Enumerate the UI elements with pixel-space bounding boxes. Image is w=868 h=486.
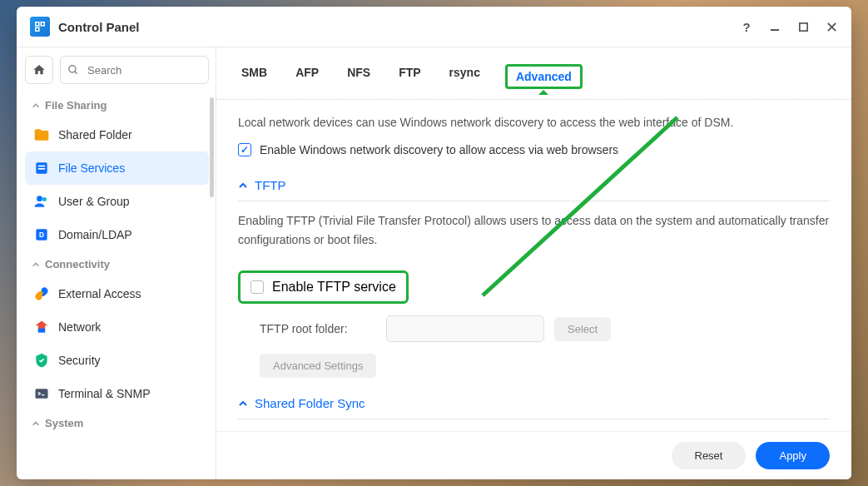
svg-rect-11 [38,168,45,170]
section-system[interactable]: System [25,410,209,436]
enable-tftp-checkbox[interactable]: Enable TFTP service [238,270,409,304]
chevron-up-icon [32,260,40,269]
section-file-sharing[interactable]: File Sharing [25,92,209,118]
search-icon [67,64,79,76]
link-icon [33,285,50,302]
users-icon [33,193,50,210]
checkbox-unchecked-icon [250,280,264,294]
select-folder-button[interactable]: Select [554,317,611,341]
svg-rect-0 [36,22,39,26]
svg-rect-16 [38,329,45,333]
tab-ftp[interactable]: FTP [395,64,424,89]
reset-button[interactable]: Reset [672,442,746,469]
sidebar-item-shared-folder[interactable]: Shared Folder [25,118,209,151]
checkbox-checked-icon: ✓ [238,143,251,156]
chevron-up-icon [238,181,248,191]
section-connectivity[interactable]: Connectivity [25,251,209,277]
tabs: SMB AFP NFS FTP rsync Advanced [216,47,851,100]
control-panel-window: Control Panel ? [17,7,851,479]
chevron-up-icon [238,399,248,409]
svg-point-12 [37,196,42,201]
apply-button[interactable]: Apply [756,442,830,469]
tftp-description: Enabling TFTP (Trivial File Transfer Pro… [238,211,830,249]
help-button[interactable]: ? [740,20,753,33]
discovery-description: Local network devices can use Windows ne… [238,113,830,131]
svg-point-13 [42,197,47,201]
sidebar: File Sharing Shared Folder File Services… [17,47,216,479]
sidebar-item-terminal-snmp[interactable]: Terminal & SNMP [25,377,209,410]
advanced-settings-button[interactable]: Advanced Settings [260,354,376,378]
maximize-button[interactable] [796,20,810,33]
minimize-button[interactable] [768,20,781,33]
tab-smb[interactable]: SMB [238,64,270,89]
close-button[interactable] [825,20,838,33]
tab-advanced[interactable]: Advanced [505,64,583,89]
shield-icon [33,352,50,369]
svg-line-8 [75,72,77,74]
sidebar-scrollbar[interactable] [210,97,214,197]
network-icon [33,319,50,335]
footer: Reset Apply [216,431,851,479]
tftp-root-input[interactable] [386,315,544,342]
control-panel-icon [30,17,50,37]
svg-text:D: D [39,231,44,239]
main-panel: SMB AFP NFS FTP rsync Advanced Local net… [216,47,851,479]
sidebar-item-network[interactable]: Network [25,310,209,344]
enable-discovery-checkbox[interactable]: ✓ Enable Windows network discovery to al… [238,143,830,156]
search-input[interactable] [60,56,209,84]
chevron-up-icon [32,419,40,428]
domain-icon: D [33,226,50,243]
sidebar-item-external-access[interactable]: External Access [25,277,209,310]
svg-point-7 [69,66,76,72]
sidebar-item-user-group[interactable]: User & Group [25,185,209,218]
chevron-up-icon [32,102,40,110]
terminal-icon [33,385,50,402]
home-button[interactable] [25,56,53,84]
svg-rect-2 [36,27,39,31]
svg-rect-1 [41,22,44,26]
window-title: Control Panel [58,20,740,34]
shared-folder-sync-toggle[interactable]: Shared Folder Sync [238,384,830,419]
file-services-icon [33,160,50,176]
sidebar-item-domain-ldap[interactable]: D Domain/LDAP [25,218,209,251]
svg-rect-17 [36,389,48,399]
tab-afp[interactable]: AFP [292,64,322,89]
tab-rsync[interactable]: rsync [446,64,484,89]
sidebar-item-security[interactable]: Security [25,344,209,377]
tftp-section-toggle[interactable]: TFTP [238,166,830,201]
folder-icon [33,126,50,143]
titlebar: Control Panel ? [17,7,851,47]
svg-rect-4 [799,22,806,30]
tftp-root-label: TFTP root folder: [260,322,376,335]
tab-nfs[interactable]: NFS [344,64,374,89]
svg-rect-10 [38,166,45,167]
sidebar-item-file-services[interactable]: File Services [25,151,209,185]
